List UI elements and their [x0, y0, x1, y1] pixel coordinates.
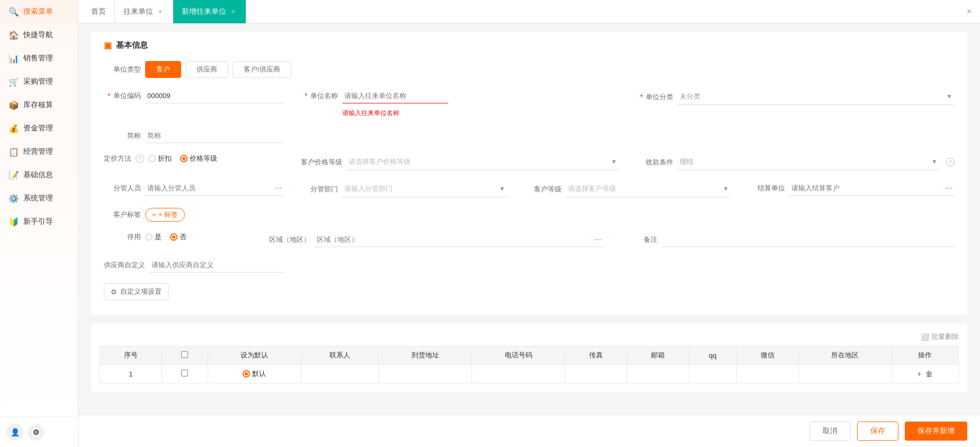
supervisor-input[interactable] [145, 181, 273, 195]
payment-terms-select[interactable]: 现结 ▼ [678, 154, 940, 170]
unit-btn-supplier[interactable]: 供应商 [185, 61, 228, 78]
unit-btn-both[interactable]: 客户/供应商 [233, 61, 291, 78]
custom-settings-button[interactable]: ⚙ 自定义项设置 [104, 283, 168, 300]
disabled-radio-yes[interactable]: 是 [145, 232, 162, 242]
supervisor-label: 分管人员 [104, 183, 141, 193]
sidebar-label-newbie: 新手引导 [23, 217, 53, 226]
table-actions-top: ⬜ 批量删除 [100, 332, 959, 341]
sidebar-settings-icon[interactable]: ⚙ [28, 424, 44, 441]
cancel-button[interactable]: 取消 [809, 422, 851, 441]
col-header-region: 所在地区 [798, 346, 892, 365]
unit-btn-customer[interactable]: 客户 [145, 61, 181, 78]
short-name-label: 简称 [104, 131, 141, 141]
unit-code-input[interactable] [145, 89, 284, 103]
sidebar-label-purchase: 采购管理 [23, 77, 53, 86]
table-select-all[interactable] [181, 351, 188, 358]
sidebar-item-system[interactable]: ⚙️ 系统管理 [0, 187, 78, 210]
tab-partner-list-label: 往来单位 [123, 7, 153, 16]
sidebar-item-search[interactable]: 🔍 搜索菜单 [0, 0, 78, 23]
unit-name-field: * 单位名称 请输入往来单位名称 [301, 89, 619, 118]
tab-partner-new-close[interactable]: × [229, 7, 237, 16]
settlement-unit-input[interactable] [789, 181, 943, 195]
customer-level-select[interactable]: 请选择客户等级 ▼ [566, 181, 731, 197]
col-header-qq: qq [689, 346, 736, 365]
department-select[interactable]: 请输入分管部门 ▼ [342, 181, 507, 197]
tabs-close-all-button[interactable]: × [963, 5, 976, 19]
disabled-radio-no-circle [170, 233, 177, 241]
save-new-button[interactable]: 保存并新增 [905, 422, 967, 441]
sidebar-user-icon[interactable]: 👤 [6, 424, 23, 441]
settlement-unit-label: 结算单位 [748, 183, 785, 193]
region-input[interactable] [315, 232, 592, 247]
row-wechat [736, 365, 798, 383]
unit-code-name-row: * 单位编码 * 单位名称 请输入往来单位名称 [104, 89, 955, 118]
short-name-input[interactable] [145, 128, 284, 143]
batch-delete-button[interactable]: ⬜ 批量删除 [921, 332, 959, 341]
search-icon: 🔍 [8, 6, 19, 17]
sidebar-item-operation[interactable]: 📋 经营管理 [0, 140, 78, 163]
sidebar-item-quick-nav[interactable]: 🏠 快捷导航 [0, 23, 78, 47]
supplier-custom-input[interactable] [149, 258, 284, 273]
customer-price-level-label: 客户价格等级 [301, 157, 342, 167]
pricing-method-group: 折扣 价格等级 [148, 154, 217, 163]
unit-code-field: * 单位编码 [104, 89, 284, 103]
row-email [627, 365, 689, 383]
disabled-group: 是 否 [145, 232, 186, 242]
row-delete-btn[interactable]: 🗑 [925, 370, 933, 378]
section-title-text: 基本信息 [116, 40, 148, 50]
settlement-unit-more-btn[interactable]: ··· [943, 183, 955, 193]
pricing-radio-level[interactable]: 价格等级 [180, 154, 217, 163]
supervisor-more-btn[interactable]: ··· [273, 183, 284, 193]
custom-settings-label: 自定义项设置 [120, 287, 162, 296]
sidebar-item-basic[interactable]: 📝 基础信息 [0, 163, 78, 187]
tab-partner-list-close[interactable]: × [156, 7, 164, 16]
unit-category-select[interactable]: 未分类 ▼ [678, 89, 955, 105]
unit-name-input[interactable] [342, 89, 448, 103]
unit-category-arrow: ▼ [946, 93, 952, 100]
save-button[interactable]: 保存 [857, 422, 898, 441]
sidebar-item-newbie[interactable]: 🔰 新手引导 [0, 210, 78, 233]
unit-name-label: * 单位名称 [301, 91, 338, 101]
row-contact [301, 365, 378, 383]
col-header-contact: 联系人 [301, 346, 378, 365]
settlement-unit-input-wrapper: ··· [789, 181, 955, 196]
supervisor-field: 分管人员 ··· [104, 181, 284, 196]
add-tag-plus: + [152, 211, 156, 219]
add-tag-button[interactable]: + + 标签 [145, 208, 185, 222]
row-default-radio[interactable]: 默认 [215, 369, 295, 379]
sidebar-item-finance[interactable]: 💰 资金管理 [0, 117, 78, 140]
disabled-radio-no[interactable]: 否 [170, 232, 186, 242]
sidebar-item-purchase[interactable]: 🛒 采购管理 [0, 70, 78, 93]
sidebar-label-quick-nav: 快捷导航 [23, 30, 53, 40]
sidebar-item-sales[interactable]: 📊 销售管理 [0, 47, 78, 70]
unit-code-required: * [108, 92, 110, 100]
sidebar-bottom: 👤 ⚙ [0, 417, 78, 447]
col-header-phone: 电话号码 [472, 346, 565, 365]
row-checkbox[interactable] [181, 370, 188, 376]
main-area: 首页 往来单位 × 新增往来单位 × × ▣ 基本信息 单位类型 客户 [78, 0, 980, 447]
table-row: 1 默认 [100, 365, 959, 383]
sidebar-label-finance: 资金管理 [23, 124, 53, 133]
tab-home[interactable]: 首页 [83, 0, 115, 23]
tab-partner-list[interactable]: 往来单位 × [115, 0, 173, 23]
unit-category-label: * 单位分类 [636, 92, 673, 102]
basic-icon: 📝 [8, 170, 19, 180]
contact-table-section: ⬜ 批量删除 序号 设为默认 联系人 到货地址 电话号码 传真 邮箱 qq [91, 323, 967, 392]
pricing-radio-discount[interactable]: 折扣 [148, 154, 172, 163]
row-add-btn[interactable]: + [917, 370, 921, 378]
sidebar-item-inventory[interactable]: 📦 库存核算 [0, 93, 78, 117]
unit-name-required: * [305, 92, 307, 100]
payment-terms-arrow: ▼ [931, 158, 938, 165]
row-check [162, 365, 208, 383]
settlement-unit-field: 结算单位 ··· [748, 181, 955, 196]
pricing-method-help[interactable]: ? [136, 154, 144, 163]
tab-partner-new[interactable]: 新增往来单位 × [173, 0, 246, 23]
region-more-btn[interactable]: ··· [592, 235, 603, 244]
section-title: ▣ 基本信息 [104, 40, 955, 50]
sidebar-label-sales: 销售管理 [23, 54, 53, 63]
customer-price-level-select[interactable]: 请选择客户价格等级 ▼ [346, 154, 619, 170]
customer-price-level-arrow: ▼ [611, 158, 617, 165]
remark-input[interactable] [662, 232, 955, 247]
payment-terms-help[interactable]: ? [946, 158, 955, 166]
footer: 取消 保存 保存并新增 [78, 415, 980, 447]
